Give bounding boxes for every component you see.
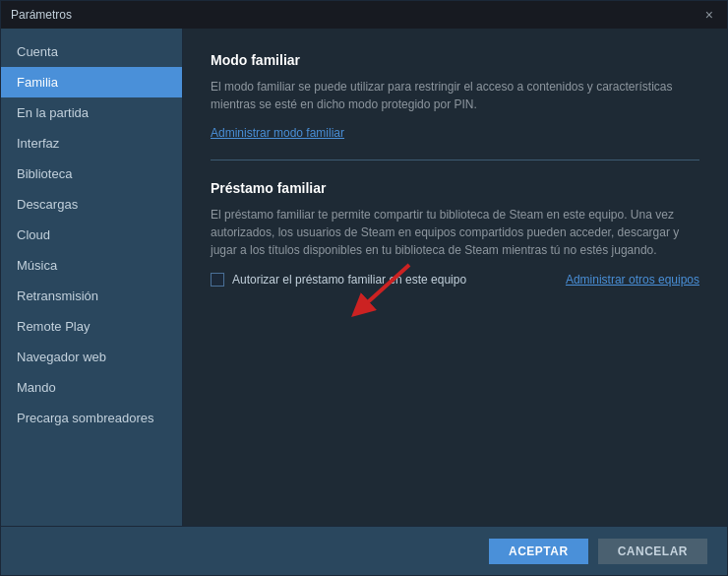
arrow-indicator bbox=[340, 255, 419, 334]
footer: ACEPTAR CANCELAR bbox=[1, 526, 727, 575]
sidebar: CuentaFamiliaEn la partidaInterfazBiblio… bbox=[1, 29, 183, 526]
sidebar-item-precarga-sombreadores[interactable]: Precarga sombreadores bbox=[1, 403, 182, 433]
section1-description: El modo familiar se puede utilizar para … bbox=[211, 78, 699, 113]
content-area: CuentaFamiliaEn la partidaInterfazBiblio… bbox=[1, 29, 727, 526]
sidebar-item-cloud[interactable]: Cloud bbox=[1, 220, 182, 250]
sidebar-item-en-la-partida[interactable]: En la partida bbox=[1, 97, 182, 128]
accept-button[interactable]: ACEPTAR bbox=[489, 539, 588, 564]
authorize-lending-checkbox[interactable] bbox=[211, 273, 224, 287]
sidebar-item-navegador-web[interactable]: Navegador web bbox=[1, 342, 182, 372]
cancel-button[interactable]: CANCELAR bbox=[598, 539, 707, 564]
sidebar-item-cuenta[interactable]: Cuenta bbox=[1, 36, 182, 67]
authorize-lending-row: Autorizar el préstamo familiar en este e… bbox=[211, 273, 699, 287]
section1-title: Modo familiar bbox=[211, 52, 699, 68]
title-bar: Parámetros × bbox=[1, 1, 727, 29]
sidebar-item-biblioteca[interactable]: Biblioteca bbox=[1, 159, 182, 189]
manage-family-mode-link[interactable]: Administrar modo familiar bbox=[211, 126, 344, 140]
window-title: Parámetros bbox=[11, 8, 72, 22]
window-controls: × bbox=[701, 7, 717, 23]
sidebar-item-musica[interactable]: Música bbox=[1, 250, 182, 281]
close-button[interactable]: × bbox=[701, 7, 717, 23]
main-content: Modo familiar El modo familiar se puede … bbox=[183, 29, 727, 526]
sidebar-item-descargas[interactable]: Descargas bbox=[1, 189, 182, 220]
authorize-lending-label: Autorizar el préstamo familiar en este e… bbox=[232, 273, 466, 287]
section2-title: Préstamo familiar bbox=[211, 180, 699, 196]
svg-line-1 bbox=[360, 265, 409, 309]
section-divider bbox=[211, 160, 699, 160]
sidebar-item-remote-play[interactable]: Remote Play bbox=[1, 311, 182, 342]
manage-other-devices-link[interactable]: Administrar otros equipos bbox=[566, 273, 699, 287]
sidebar-item-mando[interactable]: Mando bbox=[1, 372, 182, 403]
section2-description: El préstamo familiar te permite comparti… bbox=[211, 206, 699, 259]
sidebar-item-familia[interactable]: Familia bbox=[1, 67, 182, 97]
sidebar-item-interfaz[interactable]: Interfaz bbox=[1, 128, 182, 159]
sidebar-item-retransmision[interactable]: Retransmisión bbox=[1, 281, 182, 311]
settings-window: Parámetros × CuentaFamiliaEn la partidaI… bbox=[0, 0, 728, 576]
